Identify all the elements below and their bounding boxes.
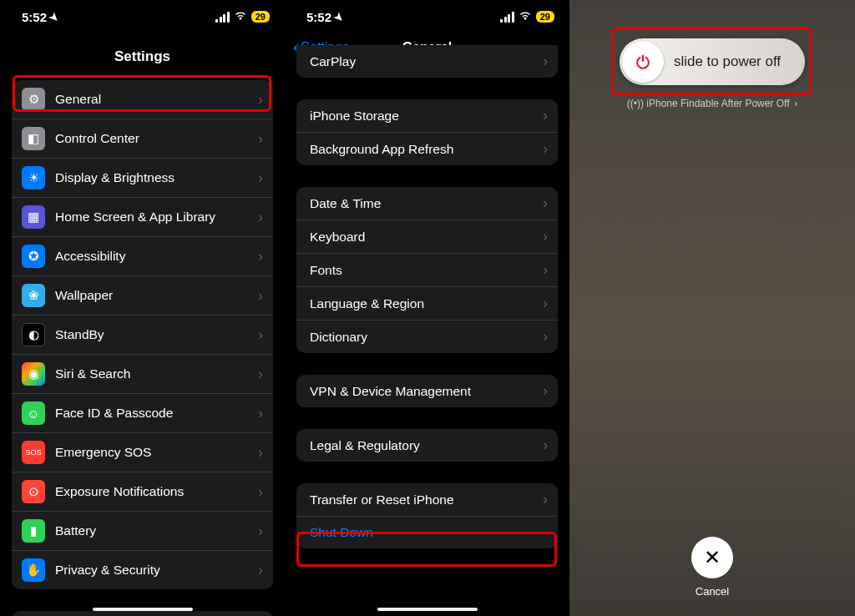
row-label: Fonts: [310, 263, 543, 278]
general-group: Legal & Regulatory›: [296, 429, 558, 462]
chevron-right-icon: ›: [258, 562, 263, 579]
chevron-right-icon: ›: [543, 437, 548, 454]
row-shut-down[interactable]: Shut Down: [296, 517, 558, 548]
chevron-right-icon: ›: [543, 194, 548, 212]
row-home-screen-app-library[interactable]: ▦Home Screen & App Library›: [12, 198, 273, 237]
row-fonts[interactable]: Fonts›: [296, 254, 558, 287]
row-label: Privacy & Security: [55, 563, 258, 578]
status-bar: 5:52 ➤ 29: [0, 0, 285, 33]
chevron-right-icon: ›: [258, 405, 263, 422]
row-general[interactable]: ⚙General›: [12, 80, 273, 119]
settings-screen: 5:52 ➤ 29 Settings ⚙General›◧Control Cen…: [0, 0, 285, 616]
control-center-icon: ◧: [22, 127, 45, 150]
chevron-right-icon: ›: [258, 287, 263, 305]
siri-search-icon: ◉: [22, 362, 45, 386]
settings-group: ⚙General›◧Control Center›☀Display & Brig…: [12, 80, 273, 589]
row-label: Siri & Search: [55, 366, 258, 381]
row-vpn-device-management[interactable]: VPN & Device Management›: [296, 375, 558, 407]
chevron-right-icon: ›: [258, 366, 263, 383]
row-exposure-notifications[interactable]: ⊙Exposure Notifications›: [12, 472, 273, 512]
wallpaper-icon: ❀: [22, 284, 45, 307]
row-label: CarPlay: [310, 54, 543, 69]
settings-group: AApp Store›▭Wallet & Apple Pay›: [12, 611, 273, 616]
chevron-right-icon: ›: [258, 523, 263, 540]
row-label: Exposure Notifications: [55, 484, 258, 499]
slider-knob[interactable]: [622, 41, 664, 83]
row-emergency-sos[interactable]: SOSEmergency SOS›: [12, 433, 273, 472]
chevron-right-icon: ›: [258, 444, 263, 462]
chevron-right-icon: ›: [258, 483, 263, 501]
row-language-region[interactable]: Language & Region›: [296, 287, 558, 321]
home-indicator: [93, 608, 193, 611]
row-privacy-security[interactable]: ✋Privacy & Security›: [12, 551, 273, 589]
emergency-sos-icon: SOS: [22, 441, 45, 464]
row-control-center[interactable]: ◧Control Center›: [12, 119, 273, 159]
wifi-icon: [234, 10, 247, 23]
chevron-right-icon: ›: [258, 91, 263, 109]
chevron-right-icon: ›: [543, 295, 548, 312]
chevron-right-icon: ›: [543, 261, 548, 279]
svg-rect-3: [642, 55, 644, 62]
chevron-right-icon: ›: [543, 328, 548, 346]
row-label: StandBy: [55, 327, 258, 342]
chevron-right-icon: ›: [543, 382, 548, 400]
row-label: Home Screen & App Library: [55, 210, 258, 225]
row-label: Accessibility: [55, 249, 258, 264]
row-iphone-storage[interactable]: iPhone Storage›: [296, 99, 558, 133]
row-standby[interactable]: ◐StandBy›: [12, 316, 273, 355]
findable-link[interactable]: ((•)) iPhone Findable After Power Off ›: [620, 97, 805, 109]
row-keyboard[interactable]: Keyboard›: [296, 220, 558, 254]
general-group: VPN & Device Management›: [296, 375, 558, 407]
row-label: Face ID & Passcode: [55, 406, 258, 421]
row-battery[interactable]: ▮Battery›: [12, 512, 273, 551]
row-transfer-or-reset-iphone[interactable]: Transfer or Reset iPhone›: [296, 483, 558, 517]
chevron-right-icon: ›: [258, 130, 263, 148]
cancel-button[interactable]: ✕: [691, 537, 733, 578]
chevron-right-icon: ›: [543, 228, 548, 245]
location-icon: ➤: [47, 9, 62, 24]
chevron-right-icon: ›: [258, 209, 263, 226]
chevron-right-icon: ›: [258, 248, 263, 265]
row-label: Control Center: [55, 131, 258, 146]
row-date-time[interactable]: Date & Time›: [296, 187, 558, 220]
row-label: Legal & Regulatory: [310, 438, 543, 453]
battery-icon: ▮: [22, 519, 45, 543]
general-list[interactable]: CarPlay›iPhone Storage›Background App Re…: [285, 62, 569, 616]
poweroff-screen: slide to power off ((•)) iPhone Findable…: [569, 0, 855, 616]
row-face-id-passcode[interactable]: ☺Face ID & Passcode›: [12, 394, 273, 433]
row-accessibility[interactable]: ✪Accessibility›: [12, 237, 273, 276]
slider-label: slide to power off: [664, 53, 802, 70]
exposure-notifications-icon: ⊙: [22, 480, 45, 503]
row-carplay[interactable]: CarPlay›: [296, 45, 558, 78]
row-label: Language & Region: [310, 296, 543, 311]
row-label: Shut Down: [310, 525, 548, 540]
display-brightness-icon: ☀: [22, 166, 45, 189]
row-label: iPhone Storage: [310, 109, 543, 124]
home-indicator: [377, 608, 478, 611]
row-app-store[interactable]: AApp Store›: [12, 611, 273, 616]
row-background-app-refresh[interactable]: Background App Refresh›: [296, 133, 558, 165]
row-display-brightness[interactable]: ☀Display & Brightness›: [12, 159, 273, 198]
battery-badge: 29: [536, 11, 554, 23]
power-icon: [634, 53, 652, 71]
cellular-icon: [215, 12, 230, 23]
general-group: Date & Time›Keyboard›Fonts›Language & Re…: [296, 187, 558, 353]
status-bar: 5:52 ➤ 29: [285, 0, 569, 33]
status-time: 5:52: [22, 10, 47, 24]
chevron-right-icon: ›: [543, 140, 548, 158]
row-wallpaper[interactable]: ❀Wallpaper›: [12, 276, 273, 316]
row-label: Background App Refresh: [310, 142, 543, 157]
row-label: Emergency SOS: [55, 445, 258, 460]
row-label: Wallpaper: [55, 288, 258, 303]
row-siri-search[interactable]: ◉Siri & Search›: [12, 355, 273, 394]
cellular-icon: [500, 12, 514, 23]
power-off-slider[interactable]: slide to power off: [620, 38, 805, 85]
general-group: CarPlay›: [296, 45, 558, 78]
standby-icon: ◐: [22, 323, 45, 346]
chevron-right-icon: ›: [543, 107, 548, 124]
row-legal-regulatory[interactable]: Legal & Regulatory›: [296, 429, 558, 462]
row-dictionary[interactable]: Dictionary›: [296, 321, 558, 353]
row-label: Transfer or Reset iPhone: [310, 492, 543, 507]
row-label: General: [55, 92, 258, 107]
general-screen: 5:52 ➤ 29 ‹ Settings General CarPlay›iPh…: [285, 0, 569, 616]
